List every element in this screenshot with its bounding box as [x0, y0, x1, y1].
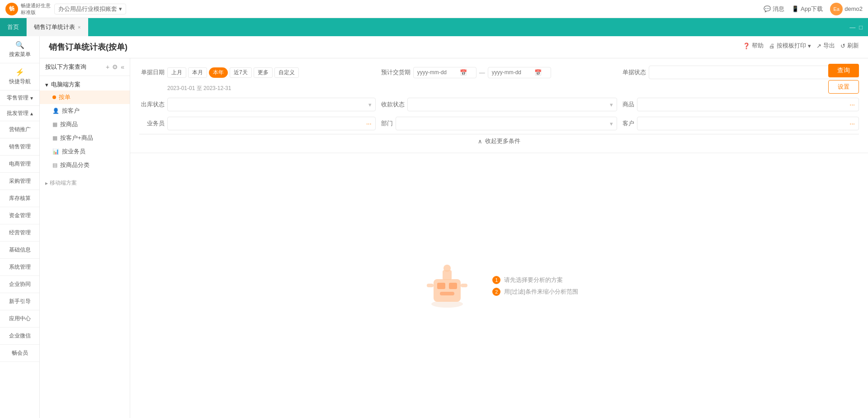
calendar-to-icon: 📅: [534, 69, 542, 76]
scheme-group-desktop-title[interactable]: ▾ 电脑端方案: [40, 79, 130, 90]
date-btn-last-7days[interactable]: 近7天: [230, 67, 252, 78]
help-button[interactable]: ❓ 帮助: [743, 42, 764, 50]
salesperson-dots[interactable]: ···: [366, 120, 372, 127]
sidebar-label-system: 系统管理: [9, 263, 31, 271]
add-scheme-icon[interactable]: +: [106, 63, 109, 71]
expand-icon: ▾: [45, 81, 48, 88]
svg-rect-7: [427, 284, 434, 287]
collapse-scheme-icon[interactable]: «: [121, 63, 124, 71]
maximize-icon[interactable]: □: [859, 24, 863, 31]
export-button[interactable]: ↗ 导出: [816, 42, 835, 50]
filter-cell-customer: 客户 ···: [623, 117, 859, 130]
app-download-label: App下载: [801, 5, 823, 13]
filter-cell-goods: 商品 ···: [623, 98, 859, 111]
tab-home-label: 首页: [7, 23, 19, 31]
sidebar-item-system[interactable]: 系统管理: [0, 259, 39, 276]
sidebar-label-newbie: 新手引导: [9, 298, 31, 305]
print-button[interactable]: 🖨 按模板打印 ▾: [769, 42, 811, 50]
customer-select[interactable]: ···: [637, 117, 859, 130]
date-btn-this-year[interactable]: 本年: [209, 67, 228, 78]
filter-cell-department: 部门 ▾: [381, 117, 618, 130]
scheme-item-label-by-salesperson: 按业务员: [62, 147, 85, 156]
sidebar-item-sales[interactable]: 销售管理: [0, 138, 39, 156]
goods-select[interactable]: ···: [637, 98, 859, 111]
chevron-down-icon: ▾: [119, 5, 122, 12]
department-select[interactable]: ▾: [396, 117, 618, 130]
salesperson-select[interactable]: ···: [167, 117, 376, 130]
query-button[interactable]: 查询: [828, 64, 859, 77]
scheme-item-by-goods[interactable]: ▦ 按商品: [40, 118, 130, 131]
sidebar-item-basic[interactable]: 基础信息: [0, 242, 39, 259]
expected-date-from-field[interactable]: [417, 69, 458, 76]
hint-text-2: 用[过滤]条件来缩小分析范围: [504, 288, 578, 296]
sidebar-label-basic: 基础信息: [9, 246, 31, 254]
avatar: Ea: [830, 3, 843, 15]
sidebar-label-search: 搜索菜单: [9, 51, 31, 58]
expected-date-to-input[interactable]: 📅: [488, 67, 551, 78]
scheme-group-mobile: ▸ 移动端方案: [40, 175, 130, 191]
top-bar-right: 💬 消息 📱 App下载 Ea demo2: [764, 3, 863, 15]
sidebar-item-finance[interactable]: 资金管理: [0, 207, 39, 224]
logo-line1: 畅捷通好生意: [21, 2, 51, 9]
sidebar-item-retail[interactable]: 零售管理 ▾: [0, 90, 39, 106]
message-button[interactable]: 💬 消息: [764, 5, 784, 13]
delivery-status-select[interactable]: ▾: [167, 98, 376, 111]
sidebar-item-wholesale[interactable]: 批发管理 ▴: [0, 106, 39, 121]
sidebar-item-member[interactable]: 畅会员: [0, 345, 39, 362]
calendar-from-icon: 📅: [460, 69, 467, 76]
sidebar-item-wechat[interactable]: 企业微信: [0, 328, 39, 345]
user-menu[interactable]: Ea demo2: [830, 3, 863, 15]
sidebar-item-enterprise[interactable]: 企业协同: [0, 276, 39, 293]
collapse-filters-button[interactable]: ∧ 收起更多条件: [139, 134, 859, 148]
refresh-button[interactable]: ↺ 刷新: [840, 42, 859, 50]
scheme-item-by-category[interactable]: ▤ 按商品分类: [40, 158, 130, 172]
tab-close-icon[interactable]: ×: [78, 24, 80, 30]
sidebar-item-search[interactable]: 🔍 搜索菜单: [0, 36, 39, 63]
sidebar-item-marketing[interactable]: 营销推广: [0, 121, 39, 138]
top-bar: 畅 畅捷通好生意 标准版 办公用品行业模拟账套 ▾ 💬 消息 📱 App下载 E…: [0, 0, 868, 18]
sidebar-item-ecom[interactable]: 电商管理: [0, 156, 39, 173]
date-btn-last-month[interactable]: 上月: [167, 67, 186, 78]
refresh-label: 刷新: [847, 42, 859, 50]
scheme-item-by-order[interactable]: 按单: [40, 90, 130, 104]
sidebar-item-quick-nav[interactable]: ⚡ 快捷导航: [0, 63, 39, 90]
goods-dots[interactable]: ···: [849, 101, 855, 108]
scheme-panel-header: 按以下方案查询 + ⚙ «: [40, 58, 130, 76]
scheme-item-by-salesperson[interactable]: 📊 按业务员: [40, 145, 130, 158]
scheme-item-by-customer[interactable]: 👤 按客户: [40, 104, 130, 118]
goods-filter-label: 商品: [623, 100, 634, 109]
tab-home[interactable]: 首页: [0, 18, 27, 36]
sidebar-label-marketing: 营销推广: [9, 126, 31, 133]
sidebar-item-purchase[interactable]: 采购管理: [0, 173, 39, 190]
settings-button[interactable]: 设置: [828, 80, 859, 94]
payment-status-select[interactable]: ▾: [407, 98, 618, 111]
department-arrow: ▾: [610, 120, 613, 127]
scheme-item-label-by-goods: 按商品: [60, 120, 78, 128]
tab-stats[interactable]: 销售订单统计表 ×: [27, 18, 88, 36]
order-status-select[interactable]: ▾: [649, 66, 859, 79]
expected-date-from-input[interactable]: 📅: [413, 67, 476, 78]
customer-dots[interactable]: ···: [849, 120, 855, 127]
scheme-group-mobile-title[interactable]: ▸ 移动端方案: [40, 177, 130, 189]
sidebar-item-newbie[interactable]: 新手引导: [0, 293, 39, 310]
date-btn-more[interactable]: 更多: [254, 67, 273, 78]
scheme-item-by-cust-goods[interactable]: ▦ 按客户+商品: [40, 131, 130, 145]
sidebar-item-app-center[interactable]: 应用中心: [0, 310, 39, 328]
message-label: 消息: [773, 5, 784, 13]
empty-hint-1: 1 请先选择要分析的方案: [492, 276, 578, 284]
settings-scheme-icon[interactable]: ⚙: [112, 63, 118, 71]
active-indicator: [52, 95, 56, 99]
customer-filter-label: 客户: [623, 119, 634, 128]
sidebar-item-inventory[interactable]: 库存核算: [0, 190, 39, 207]
sidebar-item-operation[interactable]: 经营管理: [0, 224, 39, 242]
date-btn-this-month[interactable]: 本月: [188, 67, 207, 78]
minimize-icon[interactable]: —: [849, 24, 855, 31]
svg-rect-1: [434, 279, 461, 302]
main-layout: 🔍 搜索菜单 ⚡ 快捷导航 零售管理 ▾ 批发管理 ▴ 营销推广 销售管理 电商…: [0, 36, 868, 418]
app-selector[interactable]: 办公用品行业模拟账套 ▾: [54, 4, 126, 14]
sidebar-label-purchase: 采购管理: [9, 177, 31, 185]
expected-date-to-field[interactable]: [492, 69, 533, 76]
date-btn-custom[interactable]: 自定义: [274, 67, 299, 78]
chevron-icon-wholesale: ▴: [30, 110, 33, 117]
app-download-button[interactable]: 📱 App下载: [792, 5, 823, 13]
